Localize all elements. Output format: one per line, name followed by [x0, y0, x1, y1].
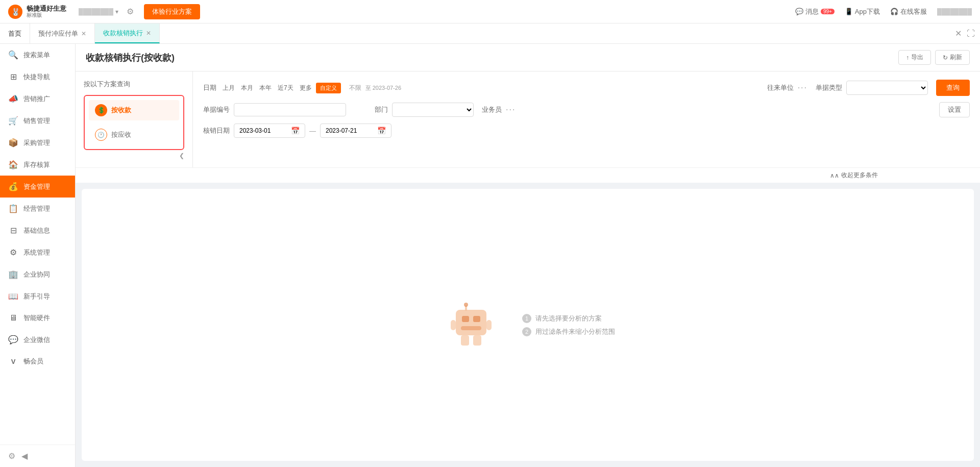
- company-selector[interactable]: ████████ ▾: [79, 8, 118, 15]
- sales-icon: 🛒: [8, 116, 18, 126]
- tab-home[interactable]: 首页: [0, 23, 30, 43]
- tab-prepay[interactable]: 预付冲应付单 ✕: [30, 23, 95, 43]
- dept-select[interactable]: [392, 103, 474, 117]
- sidebar-label-capital: 资金管理: [23, 182, 50, 191]
- svg-rect-0: [456, 310, 486, 335]
- sidebar-bottom: ⚙ ◀: [0, 445, 75, 467]
- doc-type-filter-item: 单据类型: [816, 81, 928, 95]
- tab-receivable-close-icon[interactable]: ✕: [146, 30, 151, 37]
- verify-date-label: 核销日期: [203, 126, 230, 135]
- receipt-scheme-icon: 💲: [95, 104, 107, 116]
- message-badge: 99+: [821, 9, 835, 14]
- close-window-icon[interactable]: ✕: [955, 29, 962, 38]
- sidebar-item-system[interactable]: ⚙ 系统管理: [0, 241, 75, 263]
- app-download-action[interactable]: 📱 App下载: [845, 7, 880, 16]
- tab-prepay-close-icon[interactable]: ✕: [81, 30, 86, 37]
- basic-info-icon: ⊟: [8, 226, 18, 235]
- date-no-limit-text: 不限: [349, 84, 361, 92]
- maximize-icon[interactable]: ⛶: [967, 29, 975, 38]
- plan-button[interactable]: 体验行业方案: [144, 4, 200, 19]
- filter-row-3: 核销日期 2023-03-01 📅 — 2023-07-21 📅: [203, 124, 970, 138]
- empty-tip-2: 2 用过滤条件来缩小分析范围: [522, 327, 615, 336]
- sidebar-item-capital[interactable]: 💰 资金管理: [0, 176, 75, 198]
- logo-icon: 🐰: [8, 5, 22, 19]
- sidebar-item-guide[interactable]: 📖 新手引导: [0, 285, 75, 307]
- system-icon: ⚙: [8, 248, 18, 257]
- filter-option-by-receivable[interactable]: 🕐 按应收: [89, 125, 179, 145]
- sidebar-item-member[interactable]: V 畅会员: [0, 351, 75, 372]
- date-btn-last-month[interactable]: 上月: [220, 83, 237, 93]
- sidebar-item-search-menu[interactable]: 🔍 搜索菜单: [0, 44, 75, 66]
- refresh-button[interactable]: ↻ 刷新: [935, 50, 970, 65]
- sidebar-label-search-menu: 搜索菜单: [23, 51, 50, 60]
- sidebar: 🔍 搜索菜单 ⊞ 快捷导航 📣 营销推广 🛒 销售管理 📦 采购管理 🏠 库存核…: [0, 44, 76, 467]
- sidebar-item-smart-hw[interactable]: 🖥 智能硬件: [0, 307, 75, 329]
- doc-number-filter-item: 单据编号: [203, 103, 346, 116]
- filter-option-by-receipt[interactable]: 💲 按收款: [89, 100, 179, 120]
- verify-date-end-input[interactable]: 2023-07-21 📅: [320, 124, 391, 138]
- tab-prepay-label: 预付冲应付单: [38, 29, 78, 38]
- salesperson-dots-icon[interactable]: ···: [506, 105, 516, 114]
- gear-icon[interactable]: ⚙: [127, 7, 134, 16]
- tab-receivable[interactable]: 收款核销执行 ✕: [95, 23, 160, 43]
- search-button[interactable]: 查询: [936, 80, 970, 96]
- sidebar-item-wechat[interactable]: 💬 企业微信: [0, 329, 75, 351]
- receivable-scheme-icon: 🕐: [95, 129, 107, 141]
- date-btn-more[interactable]: 更多: [298, 83, 314, 93]
- sidebar-item-basic-info[interactable]: ⊟ 基础信息: [0, 219, 75, 241]
- date-btn-custom[interactable]: 自定义: [316, 83, 341, 93]
- guide-icon: 📖: [8, 291, 18, 301]
- sidebar-label-smart-hw: 智能硬件: [23, 313, 50, 323]
- sidebar-item-sales[interactable]: 🛒 销售管理: [0, 110, 75, 132]
- online-service-action[interactable]: 🎧 在线客服: [890, 7, 927, 16]
- content-area: 收款核销执行(按收款) ↑ 导出 ↻ 刷新 按以下方案查询: [76, 44, 980, 467]
- more-conditions-bar: ∧∧ 收起更多条件: [76, 167, 980, 183]
- search-icon: 🔍: [8, 50, 18, 60]
- sidebar-item-operations[interactable]: 📋 经营管理: [0, 198, 75, 219]
- inventory-icon: 🏠: [8, 160, 18, 169]
- collapse-more-conditions-button[interactable]: ∧∧ 收起更多条件: [830, 171, 878, 180]
- settings-bottom-icon[interactable]: ⚙: [8, 451, 15, 461]
- sidebar-item-marketing[interactable]: 📣 营销推广: [0, 88, 75, 110]
- top-bar-right: 💬 消息 99+ 📱 App下载 🎧 在线客服 ████████: [795, 7, 972, 16]
- verify-date-end-value: 2023-07-21: [326, 127, 357, 134]
- date-btn-7days[interactable]: 近7天: [276, 83, 296, 93]
- filter-row-1: 日期 上月 本月 本年 近7天 更多 自定义 不限 至 2023-07-26: [203, 80, 970, 96]
- date-quick-buttons: 上月 本月 本年 近7天 更多 自定义: [220, 83, 341, 93]
- verify-date-start-input[interactable]: 2023-03-01 📅: [234, 124, 305, 138]
- export-button[interactable]: ↑ 导出: [898, 50, 931, 65]
- partner-dots-icon[interactable]: ···: [798, 83, 807, 92]
- settings-button[interactable]: 设置: [939, 102, 970, 117]
- svg-rect-6: [461, 335, 469, 346]
- sidebar-item-quick-nav[interactable]: ⊞ 快捷导航: [0, 66, 75, 88]
- sidebar-label-member: 畅会员: [23, 357, 43, 366]
- export-icon: ↑: [906, 54, 909, 61]
- sidebar-item-enterprise[interactable]: 🏢 企业协同: [0, 263, 75, 285]
- collapse-sidebar-icon[interactable]: ◀: [21, 451, 28, 461]
- message-icon: 💬: [795, 8, 803, 15]
- mobile-icon: 📱: [845, 8, 853, 15]
- settings-btn-item: 设置: [939, 102, 970, 117]
- filter-options-list: 💲 按收款 🕐 按应收: [89, 100, 179, 145]
- collapse-filter-left-btn[interactable]: ❮: [84, 152, 184, 159]
- marketing-icon: 📣: [8, 94, 18, 104]
- filter-option-by-receivable-label: 按应收: [111, 130, 131, 139]
- sidebar-label-sales: 销售管理: [23, 116, 50, 126]
- message-action[interactable]: 💬 消息 99+: [795, 7, 835, 16]
- logo: 🐰 畅捷通好生意 标准版: [8, 5, 66, 19]
- app-name: 畅捷通好生意: [27, 5, 66, 13]
- doc-type-select[interactable]: [846, 81, 928, 95]
- svg-rect-2: [473, 316, 480, 322]
- date-filter-item: 日期 上月 本月 本年 近7天 更多 自定义: [203, 83, 341, 93]
- date-btn-this-month[interactable]: 本月: [239, 83, 255, 93]
- tip-1-text: 请先选择要分析的方案: [535, 314, 602, 323]
- message-label: 消息: [805, 7, 819, 16]
- grid-icon: ⊞: [8, 72, 18, 82]
- date-btn-this-year[interactable]: 本年: [257, 83, 274, 93]
- user-name: ████████: [937, 8, 972, 15]
- sidebar-item-purchase[interactable]: 📦 采购管理: [0, 132, 75, 154]
- partner-label: 往来单位: [767, 83, 794, 92]
- sidebar-item-inventory[interactable]: 🏠 库存核算: [0, 154, 75, 176]
- svg-rect-5: [486, 320, 492, 330]
- doc-number-input[interactable]: [234, 103, 346, 116]
